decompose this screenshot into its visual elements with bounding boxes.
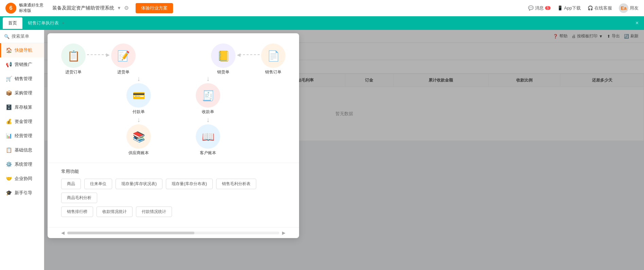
flow-node-payment-bill[interactable]: 💳 付款单 — [126, 83, 151, 115]
func-btn-stock-dist[interactable]: 现存量(库存分布表) — [166, 179, 213, 189]
sidebar-item-marketing[interactable]: 📢 营销推广 — [0, 57, 44, 72]
purchase-icon: 📦 — [6, 90, 12, 96]
sys-icon: ⚙️ — [6, 161, 12, 167]
logo-text: 畅康通好生意 标准版 — [19, 3, 43, 13]
sidebar-item-ops[interactable]: 📊 经营管理 — [0, 129, 44, 143]
trial-btn[interactable]: 体验行业方案 — [136, 3, 173, 13]
flow-section: 📋 进货订单 ▶ 📝 — [48, 33, 299, 163]
finance-icon: 💰 — [6, 119, 12, 125]
logo-area: 6 畅康通好生意 标准版 — [5, 3, 50, 14]
tab-home[interactable]: 首页 — [3, 17, 22, 29]
scroll-left-icon[interactable]: ◀ — [61, 230, 65, 235]
modal-box: 📋 进货订单 ▶ 📝 — [48, 33, 299, 238]
avatar: Ea — [619, 3, 628, 13]
sidebar-item-newbie[interactable]: 🎓 新手引导 — [0, 186, 44, 200]
sidebar-item-enterprise-coop[interactable]: 🤝 企业协同 — [0, 172, 44, 186]
arrow-sales-order-to-bill: ◀ — [236, 52, 261, 57]
flow-node-supplier-ledger[interactable]: 📚 供应商账本 — [126, 124, 151, 156]
func-btn-stock-status[interactable]: 现存量(库存状况表) — [116, 179, 162, 189]
content-area: ❓ 帮助 🖨 按模板打印 ▼ ⬆ 导出 🔄 刷新 📅 📅 — [44, 30, 644, 270]
basic-info-icon: 📋 — [6, 147, 12, 153]
flow-node-sales-order[interactable]: 📄 销售订单 — [261, 43, 285, 75]
function-btns-row2: 销售排行榜 收款情况统计 付款情况统计 — [61, 206, 285, 217]
func-btn-goods-profit[interactable]: 商品毛利分析 — [61, 193, 97, 203]
nav-tabs: 首页 销售订单执行表 × × — [0, 16, 644, 30]
scroll-thumb[interactable] — [67, 232, 194, 234]
system-name: 装备及固定资产辅助管理系统 — [52, 5, 114, 11]
message-icon: 💬 — [528, 5, 534, 11]
sidebar-item-inventory[interactable]: 🗄️ 库存核算 — [0, 100, 44, 114]
func-btn-goods[interactable]: 商品 — [61, 179, 81, 189]
marketing-icon: 📢 — [6, 61, 12, 68]
tab-close-icon[interactable]: × — [62, 21, 64, 25]
sidebar-item-sys-mgmt[interactable]: ⚙️ 系统管理 — [0, 157, 44, 172]
functions-section: 常用功能 商品 往来单位 现存量(库存状况表) 现存量(库存分布表) 销售毛利分… — [48, 163, 299, 227]
system-dropdown-icon[interactable]: ▼ — [117, 5, 121, 11]
func-btn-sales-rank[interactable]: 销售排行榜 — [61, 206, 93, 217]
ops-icon: 📊 — [6, 133, 12, 139]
sidebar-item-quick-nav[interactable]: 🏠 快捷导航 — [0, 43, 44, 57]
home-icon: 🏠 — [6, 47, 12, 53]
sidebar-item-purchase[interactable]: 📦 采购管理 — [0, 86, 44, 100]
function-btns-row1: 商品 往来单位 现存量(库存状况表) 现存量(库存分布表) 销售毛利分析表 商品… — [61, 179, 285, 203]
tab-sales-order-exec[interactable]: 销售订单执行表 × — [22, 17, 70, 29]
headset-icon: 🎧 — [588, 5, 593, 11]
scroll-right-icon[interactable]: ▶ — [282, 230, 285, 235]
scroll-bar-area: ◀ ▶ — [48, 227, 299, 238]
user-avatar-area[interactable]: Ea 用友 — [619, 3, 639, 13]
arrow-purchase-order-to-bill: ▶ — [86, 52, 111, 57]
gear-icon[interactable]: ⚙ — [124, 5, 129, 11]
func-btn-sales-profit[interactable]: 销售毛利分析表 — [216, 179, 256, 189]
sales-icon: 🛒 — [6, 76, 12, 82]
phone-icon: 📱 — [557, 5, 563, 11]
coop-icon: 🤝 — [6, 176, 12, 182]
sidebar-item-basic-info[interactable]: 📋 基础信息 — [0, 143, 44, 157]
modal-overlay: 📋 进货订单 ▶ 📝 — [44, 30, 644, 270]
close-all-tabs-icon[interactable]: × — [633, 19, 641, 28]
flow-node-customer-ledger[interactable]: 📖 客户账本 — [196, 124, 220, 156]
message-btn[interactable]: 💬 消息 5 — [528, 5, 551, 11]
sidebar-search[interactable]: 🔍 搜索菜单 — [0, 30, 44, 43]
app-download-btn[interactable]: 📱 App下载 — [557, 5, 581, 11]
message-badge: 5 — [545, 6, 551, 10]
func-btn-partners[interactable]: 往来单位 — [84, 179, 112, 189]
flow-node-sales-bill[interactable]: 📒 销货单 — [211, 43, 236, 75]
flow-node-purchase-bill[interactable]: 📝 进货单 — [111, 43, 136, 75]
header-right: 💬 消息 5 📱 App下载 🎧 在线客服 Ea 用友 — [528, 3, 639, 13]
inventory-icon: 🗄️ — [6, 104, 12, 110]
sidebar: 🔍 搜索菜单 🏠 快捷导航 📢 营销推广 🛒 销售管理 📦 采购管理 🗄️ 库存… — [0, 30, 44, 270]
online-service-btn[interactable]: 🎧 在线客服 — [588, 5, 612, 11]
flow-node-purchase-order[interactable]: 📋 进货订单 — [61, 43, 86, 75]
scroll-track — [67, 232, 279, 234]
func-btn-payment-stats[interactable]: 付款情况统计 — [136, 206, 172, 217]
sidebar-item-sales[interactable]: 🛒 销售管理 — [0, 72, 44, 86]
logo-icon: 6 — [5, 3, 16, 14]
flow-node-receipt-bill[interactable]: 🧾 收款单 — [196, 83, 220, 115]
sidebar-item-finance[interactable]: 💰 资金管理 — [0, 114, 44, 129]
search-icon: 🔍 — [4, 34, 10, 39]
system-title-area: 装备及固定资产辅助管理系统 ▼ ⚙ 体验行业方案 — [52, 3, 528, 13]
func-btn-receipt-stats[interactable]: 收款情况统计 — [97, 206, 133, 217]
functions-title: 常用功能 — [61, 163, 285, 175]
newbie-icon: 🎓 — [6, 190, 12, 196]
